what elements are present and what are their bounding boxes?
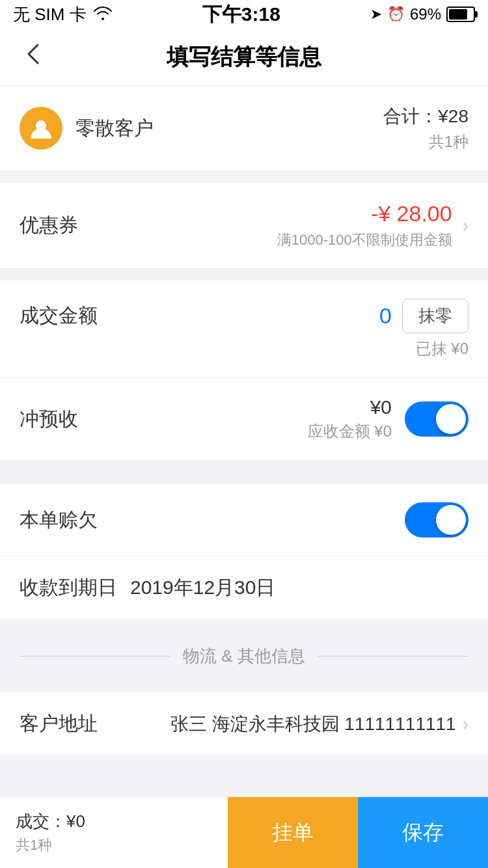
hold-button[interactable]: 挂单 [228, 797, 358, 868]
deal-label: 成交： [16, 811, 66, 831]
debt-toggle[interactable] [405, 502, 468, 537]
bottom-count: 共1种 [16, 835, 212, 855]
duedate-label: 收款到期日 [20, 575, 117, 601]
customer-row: 零散客户 合计：¥28 共1种 [0, 86, 488, 171]
customer-name: 零散客户 [75, 115, 154, 142]
avatar [20, 107, 62, 150]
bottom-deal: 成交：¥0 [16, 810, 212, 833]
status-bar: 无 SIM 卡 下午3:18 ➤ ⏰ 69% [0, 0, 488, 29]
duedate-section: 收款到期日 2019年12月30日 [0, 556, 488, 620]
location-icon: ➤ [370, 6, 382, 23]
coupon-label: 优惠券 [20, 212, 78, 239]
prepay-toggle[interactable] [405, 401, 468, 437]
coupon-row[interactable]: 优惠券 -¥ 28.00 满1000-100不限制使用金额 › [0, 183, 488, 269]
deal-amount: ¥0 [66, 811, 85, 831]
bottom-bar: 成交：¥0 共1种 挂单 保存 [0, 796, 488, 868]
amount-input[interactable] [353, 303, 392, 329]
toggle-knob [436, 404, 466, 434]
coupon-right: -¥ 28.00 满1000-100不限制使用金额 › [277, 201, 468, 250]
time-display: 下午3:18 [202, 1, 280, 28]
save-button[interactable]: 保存 [358, 797, 488, 868]
prepay-label: 冲预收 [20, 406, 78, 433]
back-button[interactable] [20, 36, 47, 78]
chevron-right-icon: › [463, 215, 468, 236]
divider-3 [0, 461, 488, 472]
total-amount: 合计：¥28 [383, 104, 468, 129]
amount-section: 成交金额 抹零 已抹 ¥0 [0, 280, 488, 378]
debt-section: 本单赊欠 [0, 484, 488, 556]
logistics-header: 物流 & 其他信息 [0, 632, 488, 681]
debt-label: 本单赊欠 [20, 507, 98, 534]
logistics-title: 物流 & 其他信息 [183, 645, 305, 668]
wifi-icon [93, 5, 113, 25]
status-left: 无 SIM 卡 [13, 3, 113, 26]
round-zero-button[interactable]: 抹零 [402, 299, 468, 333]
address-section[interactable]: 客户地址 张三 海淀永丰科技园 11111111111 › [0, 692, 488, 756]
divider-2 [0, 269, 488, 280]
carrier-label: 无 SIM 卡 [13, 3, 87, 26]
divider-1 [0, 171, 488, 183]
address-label: 客户地址 [20, 711, 98, 737]
amount-label: 成交金额 [20, 303, 98, 329]
battery-label: 69% [410, 5, 441, 23]
alarm-icon: ⏰ [387, 6, 405, 23]
page-title: 填写结算等信息 [167, 42, 321, 72]
prepay-receivable: 应收金额 ¥0 [308, 421, 392, 442]
debt-toggle-knob [436, 505, 466, 535]
already-zeroed: 已抹 ¥0 [20, 338, 468, 359]
divider-4 [0, 620, 488, 632]
coupon-description: 满1000-100不限制使用金额 [277, 230, 452, 250]
customer-total: 合计：¥28 共1种 [383, 104, 468, 152]
status-right: ➤ ⏰ 69% [370, 5, 475, 23]
prepay-section: 冲预收 ¥0 应收金额 ¥0 [0, 378, 488, 461]
total-count: 共1种 [383, 131, 468, 152]
duedate-value: 2019年12月30日 [130, 575, 275, 601]
customer-info: 零散客户 [20, 107, 154, 150]
coupon-discount: -¥ 28.00 [277, 201, 452, 226]
nav-bar: 填写结算等信息 [0, 29, 488, 86]
address-chevron-icon: › [463, 714, 468, 735]
battery-icon [446, 7, 475, 22]
bottom-info: 成交：¥0 共1种 [0, 797, 228, 868]
main-content: 零散客户 合计：¥28 共1种 优惠券 -¥ 28.00 满1000-100不限… [0, 86, 488, 834]
divider-5 [0, 681, 488, 692]
prepay-amount: ¥0 [308, 396, 392, 418]
address-value: 张三 海淀永丰科技园 11111111111 [170, 712, 456, 737]
